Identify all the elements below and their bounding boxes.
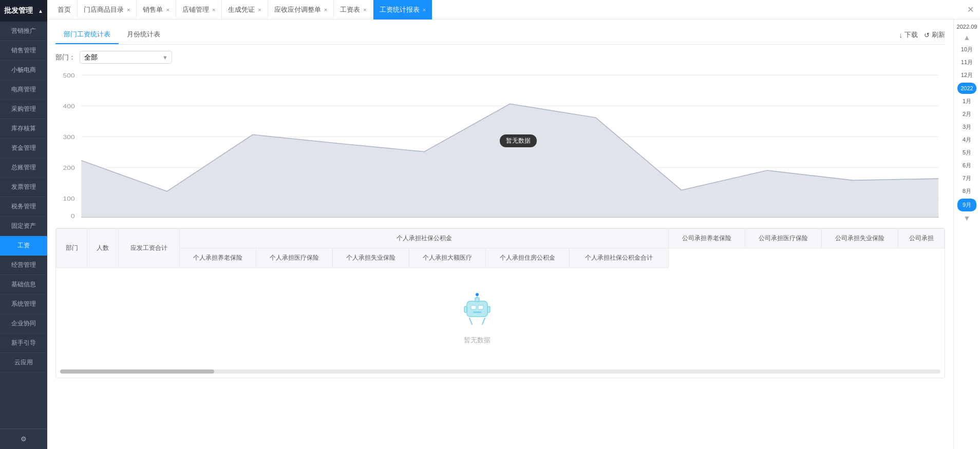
tab-3[interactable]: 店铺管理× (176, 0, 222, 19)
tab-label-1: 门店商品目录 (84, 5, 124, 14)
dept-select-wrapper: 全部 ▼ (80, 51, 172, 64)
date-item-2[interactable]: 12月 (954, 69, 979, 82)
svg-text:100: 100 (63, 195, 75, 202)
date-panel-current: 2022.09 (957, 22, 977, 32)
th-company-other: 公司承担 (898, 229, 945, 248)
data-table: 部门 人数 应发工资合计 个人承担社保公积金 公司承担养老保险 公司承担医疗保险… (56, 228, 945, 365)
refresh-button[interactable]: ↺ 刷新 (924, 30, 945, 40)
chart-container: 500 400 300 200 100 0 (55, 70, 945, 224)
sidebar-item-0[interactable]: 营销推广 (0, 22, 47, 41)
date-item-3[interactable]: 2022 (957, 83, 976, 94)
svg-rect-15 (478, 305, 483, 309)
tab-month-stats[interactable]: 月份统计表 (119, 26, 168, 44)
tab-2[interactable]: 销售单× (137, 0, 176, 19)
tab-7[interactable]: 工资统计报表× (373, 0, 432, 19)
date-item-1[interactable]: 11月 (954, 56, 979, 69)
main-area: 首页门店商品目录×销售单×店铺管理×生成凭证×应收应付调整单×工资表×工资统计报… (47, 0, 980, 449)
dept-label: 部门： (55, 53, 76, 62)
table-wrapper: 部门 人数 应发工资合计 个人承担社保公积金 公司承担养老保险 公司承担医疗保险… (55, 228, 945, 378)
tab-bar: 首页门店商品目录×销售单×店铺管理×生成凭证×应收应付调整单×工资表×工资统计报… (47, 0, 980, 19)
tab-4[interactable]: 生成凭证× (222, 0, 268, 19)
tab-label-0: 首页 (58, 5, 71, 14)
tab-close-7[interactable]: × (423, 7, 426, 13)
tab-close-3[interactable]: × (212, 7, 215, 13)
svg-text:500: 500 (63, 72, 75, 79)
sidebar-header[interactable]: 批发管理 ▲ (0, 0, 47, 22)
sidebar-item-2[interactable]: 小畅电商 (0, 61, 47, 80)
toolbar-left: 部门： 全部 ▼ (55, 51, 172, 64)
th-p-total: 个人承担社保公积金合计 (570, 248, 669, 268)
sidebar-item-12[interactable]: 经营管理 (0, 256, 47, 275)
download-label: 下载 (904, 30, 918, 40)
gear-icon: ⚙ (21, 435, 27, 443)
svg-text:0: 0 (71, 212, 75, 220)
tab-label-5: 应收应付调整单 (274, 5, 321, 14)
tab-close-1[interactable]: × (127, 7, 130, 13)
th-company-old: 公司承担养老保险 (669, 229, 745, 248)
sidebar-item-11[interactable]: 工资 (0, 236, 47, 256)
date-item-9[interactable]: 6月 (954, 159, 979, 172)
sidebar-item-4[interactable]: 采购管理 (0, 100, 47, 119)
date-item-5[interactable]: 2月 (954, 108, 979, 121)
th-company-medical: 公司承担医疗保险 (745, 229, 822, 248)
sidebar-item-17[interactable]: 云应用 (0, 353, 47, 373)
date-panel-down-button[interactable]: ▼ (962, 212, 973, 224)
date-item-0[interactable]: 10月 (954, 43, 979, 56)
tab-label-7: 工资统计报表 (380, 5, 420, 14)
tab-1[interactable]: 门店商品目录× (78, 0, 137, 19)
svg-text:300: 300 (63, 133, 75, 141)
tab-label-2: 销售单 (143, 5, 163, 14)
sidebar-item-6[interactable]: 资金管理 (0, 139, 47, 158)
sidebar-item-14[interactable]: 系统管理 (0, 295, 47, 314)
date-item-11[interactable]: 8月 (954, 185, 979, 198)
sidebar-item-16[interactable]: 新手引导 (0, 334, 47, 353)
svg-rect-16 (473, 311, 481, 313)
date-item-10[interactable]: 7月 (954, 172, 979, 185)
sidebar-item-9[interactable]: 税务管理 (0, 197, 47, 217)
tab-close-2[interactable]: × (166, 7, 169, 13)
tab-close-5[interactable]: × (324, 7, 327, 13)
th-p-major-medical: 个人承担大额医疗 (409, 248, 485, 268)
tab-6[interactable]: 工资表× (334, 0, 373, 19)
th-company-unemployment: 公司承担失业保险 (822, 229, 898, 248)
toolbar: 部门： 全部 ▼ (55, 51, 945, 64)
tab-close-4[interactable]: × (258, 7, 261, 13)
sidebar-settings-button[interactable]: ⚙ (0, 428, 47, 449)
sidebar-toggle-icon: ▲ (38, 8, 43, 14)
dept-select[interactable]: 全部 (80, 51, 172, 64)
table-scrollbar[interactable] (60, 369, 940, 374)
date-item-4[interactable]: 1月 (954, 95, 979, 108)
chart-svg: 500 400 300 200 100 0 (55, 70, 945, 224)
th-dept: 部门 (56, 229, 87, 268)
date-item-12[interactable]: 9月 (957, 199, 976, 211)
svg-rect-14 (471, 305, 476, 309)
download-button[interactable]: ↓ 下载 (899, 30, 918, 40)
sidebar-item-1[interactable]: 销售管理 (0, 41, 47, 61)
sidebar-item-15[interactable]: 企业协同 (0, 314, 47, 334)
toolbar-right: ↓ 下载 ↺ 刷新 (899, 30, 946, 40)
sidebar-item-3[interactable]: 电商管理 (0, 80, 47, 100)
tab-dept-stats[interactable]: 部门工资统计表 (55, 26, 119, 44)
tab-close-6[interactable]: × (363, 7, 366, 13)
tab-5[interactable]: 应收应付调整单× (268, 0, 334, 19)
date-panel-up-button[interactable]: ▲ (962, 32, 973, 43)
page-content: 部门工资统计表 月份统计表 ↓ 下载 ↺ 刷新 部门： (47, 19, 953, 449)
date-panel: 2022.09 ▲ 10月11月12月20221月2月3月4月5月6月7月8月9… (953, 19, 980, 449)
sidebar-item-10[interactable]: 固定资产 (0, 217, 47, 236)
sidebar-item-13[interactable]: 基础信息 (0, 275, 47, 295)
sidebar-item-8[interactable]: 发票管理 (0, 178, 47, 197)
th-p-unemployment: 个人承担失业保险 (332, 248, 409, 268)
date-item-7[interactable]: 4月 (954, 133, 979, 146)
sidebar-item-5[interactable]: 库存核算 (0, 119, 47, 139)
date-item-6[interactable]: 3月 (954, 121, 979, 133)
date-item-8[interactable]: 5月 (954, 146, 979, 159)
tab-0[interactable]: 首页 (51, 0, 78, 19)
content-area: 部门工资统计表 月份统计表 ↓ 下载 ↺ 刷新 部门： (47, 19, 980, 449)
window-close-button[interactable]: ✕ (965, 5, 976, 14)
th-total-wage: 应发工资合计 (118, 229, 179, 268)
tab-bar-end: ✕ (965, 5, 976, 14)
th-p-pension: 个人承担养老保险 (179, 248, 256, 268)
tab-label-3: 店铺管理 (182, 5, 209, 14)
sidebar-item-7[interactable]: 总账管理 (0, 158, 47, 178)
th-p-housing: 个人承担住房公积金 (485, 248, 570, 268)
